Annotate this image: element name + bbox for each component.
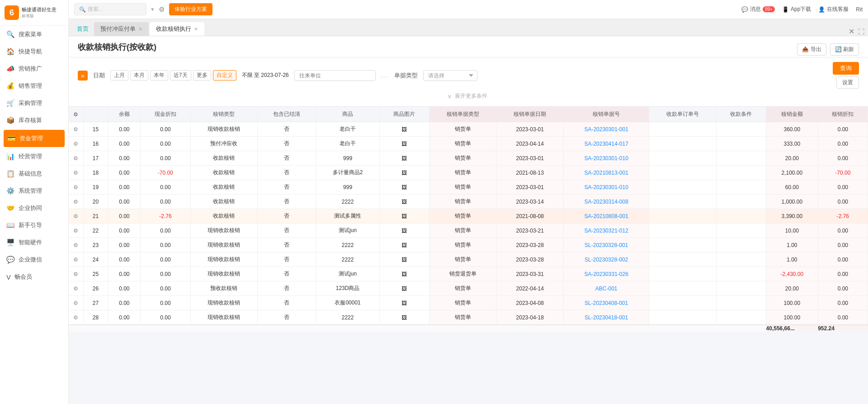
cell-writeoff_no[interactable]: SA-20210813-001 [564, 166, 649, 180]
cell-goods: 999 [316, 151, 379, 166]
cell-gear[interactable]: ⚙ [69, 151, 83, 166]
cell-writeoff_no[interactable]: ABC-001 [564, 281, 649, 296]
table-row: ⚙270.000.00现销收款核销否衣服00001🖼销货单2023-04-08S… [69, 296, 868, 310]
cell-writeoff_no[interactable]: SA-20230301-001 [564, 122, 649, 137]
cell-writeoff_no[interactable]: SL-20230328-002 [564, 252, 649, 267]
expand-more-btn[interactable]: ∨ 展开更多条件 [78, 90, 859, 102]
topbar-search-box[interactable]: 🔍 搜索... [74, 3, 146, 15]
query-btn[interactable]: 查询 [833, 62, 859, 75]
date-btn-本月[interactable]: 本月 [130, 70, 148, 81]
sidebar-item-purchase[interactable]: 🛒采购管理 [0, 95, 68, 112]
tab-maximize-icon[interactable]: ⛶ [858, 28, 864, 35]
search-menu-icon: 🔍 [6, 30, 15, 38]
user-name[interactable]: Rit [856, 6, 863, 13]
sidebar-item-inventory[interactable]: 📦库存核算 [0, 112, 68, 129]
date-btn-更多[interactable]: 更多 [193, 70, 211, 81]
export-btn[interactable]: 📤 导出 [797, 43, 826, 56]
app-download-btn[interactable]: 📱 App下载 [782, 5, 811, 13]
filter-expand-btn[interactable]: » [78, 71, 88, 81]
cell-gear[interactable]: ⚙ [69, 310, 83, 325]
sidebar-item-base-info[interactable]: 📋基础信息 [0, 165, 68, 182]
cell-cash_discount: 0.00 [141, 195, 190, 209]
cell-gear[interactable]: ⚙ [69, 281, 83, 296]
online-service-btn[interactable]: 👤 在线客服 [818, 5, 849, 13]
cell-writeoff_no[interactable]: SA-20230414-017 [564, 137, 649, 151]
cell-gear[interactable]: ⚙ [69, 238, 83, 252]
cell-receipt_condition [716, 209, 766, 223]
date-btn-近7天[interactable]: 近7天 [170, 70, 191, 81]
sidebar-item-guide[interactable]: 📖新手引导 [0, 217, 68, 234]
topbar: 🔍 搜索... ▾ ⚙ 体验行业方案 💬 消息 99+ 📱 App下载 👤 在线… [69, 0, 868, 19]
sidebar-item-finance[interactable]: 💳资金管理 [4, 130, 65, 147]
cell-gear[interactable]: ⚙ [69, 122, 83, 137]
cell-index: 18 [83, 166, 108, 180]
date-btn-上月[interactable]: 上月 [110, 70, 128, 81]
cell-receipt_condition [716, 281, 766, 296]
sidebar-item-quick-nav[interactable]: 🏠快捷导航 [0, 43, 68, 60]
cell-writeoff_amount: -2,430.00 [766, 267, 818, 281]
cell-writeoff_no[interactable]: SA-20230331-026 [564, 267, 649, 281]
cell-receipt_condition [716, 223, 766, 238]
msg-area[interactable]: 💬 消息 99+ [741, 5, 775, 13]
cell-writeoff_date: 2023-03-01 [496, 122, 564, 137]
cell-gear[interactable]: ⚙ [69, 180, 83, 195]
sidebar-item-system[interactable]: ⚙️系统管理 [0, 182, 68, 200]
cell-writeoff_no[interactable]: SL-20230408-001 [564, 296, 649, 310]
cell-cash_discount: 0.00 [141, 238, 190, 252]
sidebar-item-marketing[interactable]: 📣营销推广 [0, 60, 68, 77]
date-btn-custom[interactable]: 自定义 [213, 70, 236, 81]
cell-balance: 0.00 [108, 267, 141, 281]
sidebar-item-hardware[interactable]: 🖥️智能硬件 [0, 234, 68, 251]
tab-prepay[interactable]: 预付冲应付单✕ [94, 22, 149, 36]
cell-writeoff_no[interactable]: SL-20230418-001 [564, 310, 649, 325]
cell-gear[interactable]: ⚙ [69, 209, 83, 223]
sidebar-item-sales[interactable]: 💰销售管理 [0, 77, 68, 95]
cell-settled: 否 [258, 296, 316, 310]
cell-writeoff_no[interactable]: SA-20230314-008 [564, 195, 649, 209]
receipt-type-select[interactable]: 请选择 [423, 70, 477, 81]
date-btn-本年[interactable]: 本年 [150, 70, 168, 81]
industry-btn[interactable]: 体验行业方案 [169, 3, 212, 15]
tab-close-all-icon[interactable]: ✕ [849, 27, 854, 36]
cell-writeoff_discount: 0.00 [818, 281, 868, 296]
cell-gear[interactable]: ⚙ [69, 267, 83, 281]
cell-cash_discount: -70.00 [141, 166, 190, 180]
cell-writeoff_no[interactable]: SA-20210808-001 [564, 209, 649, 223]
sidebar-item-search-menu[interactable]: 🔍搜索菜单 [0, 26, 68, 43]
topbar-gear-icon[interactable]: ⚙ [159, 5, 165, 14]
cell-receipt_condition [716, 252, 766, 267]
cell-gear[interactable]: ⚙ [69, 296, 83, 310]
from-unit-input[interactable] [294, 70, 376, 81]
page-actions: 📤 导出 🔄 刷新 [797, 43, 859, 56]
tab-label-prepay: 预付冲应付单 [100, 25, 136, 33]
cell-writeoff_no[interactable]: SA-20230321-012 [564, 223, 649, 238]
cell-settled: 否 [258, 122, 316, 137]
cell-writeoff_discount: 0.00 [818, 122, 868, 137]
cell-gear[interactable]: ⚙ [69, 223, 83, 238]
sales-icon: 💰 [6, 82, 15, 90]
tab-close-collection[interactable]: ✕ [194, 26, 198, 32]
cell-writeoff_no[interactable]: SA-20230301-010 [564, 180, 649, 195]
cell-gear[interactable]: ⚙ [69, 137, 83, 151]
topbar-dropdown-icon[interactable]: ▾ [151, 6, 154, 13]
cell-writeoff_bill_type: 销货单 [429, 151, 496, 166]
refresh-btn[interactable]: 🔄 刷新 [830, 43, 859, 56]
from-unit-dots: ... [381, 72, 389, 79]
tab-collection[interactable]: 收款核销执行✕ [150, 22, 204, 36]
cell-gear[interactable]: ⚙ [69, 195, 83, 209]
sidebar-item-wechat[interactable]: 💬企业微信 [0, 251, 68, 268]
sidebar-item-enterprise[interactable]: 🤝企业协同 [0, 200, 68, 217]
cell-gear[interactable]: ⚙ [69, 166, 83, 180]
sidebar-item-operations[interactable]: 📊经营管理 [0, 148, 68, 165]
sidebar-item-member[interactable]: V畅会员 [0, 268, 68, 285]
logo-badge: 标准版 [22, 13, 57, 19]
cell-writeoff_type: 现销收款核销 [190, 267, 258, 281]
cell-writeoff_no[interactable]: SA-20230301-010 [564, 151, 649, 166]
cell-index: 27 [83, 296, 108, 310]
cell-writeoff_no[interactable]: SL-20230328-001 [564, 238, 649, 252]
cell-gear[interactable]: ⚙ [69, 252, 83, 267]
tab-close-prepay[interactable]: ✕ [138, 26, 142, 32]
settings-btn[interactable]: 设置 [836, 76, 859, 89]
cell-balance: 0.00 [108, 238, 141, 252]
tab-home[interactable]: 首页 [72, 22, 93, 36]
